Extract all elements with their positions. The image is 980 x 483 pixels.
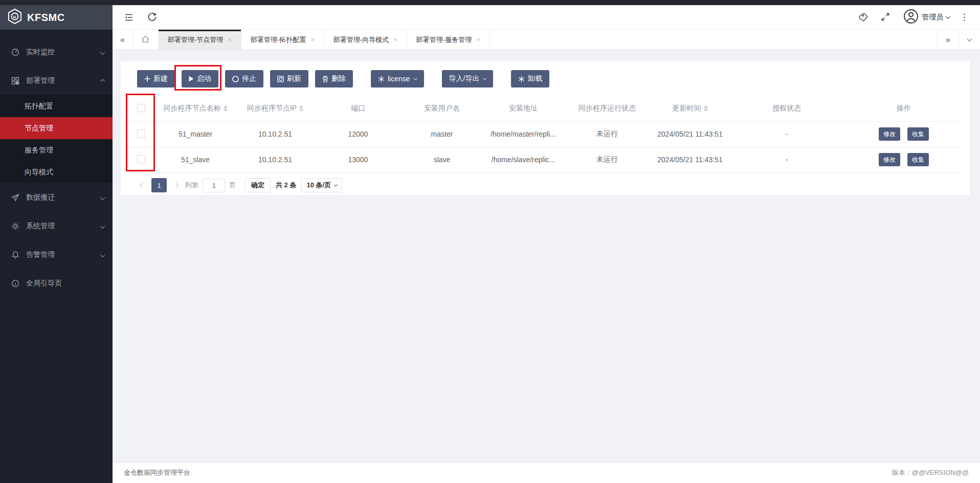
close-icon[interactable]: × <box>228 36 232 43</box>
status-badge: 未运行 <box>564 147 651 172</box>
subitem-label: 节点管理 <box>25 124 53 133</box>
avatar <box>903 9 919 26</box>
pagination: 1 到第 页 确定 共 2 条 10 条/页 <box>137 178 342 192</box>
edit-button[interactable]: 修改 <box>879 127 900 141</box>
sidebar-item-label: 全局引导页 <box>26 279 62 288</box>
sidebar-item-alarm-manage[interactable]: 告警管理 <box>0 240 113 269</box>
chevron-down-icon <box>101 48 104 56</box>
tab-bar: « 部署管理-节点管理 × 部署管理-拓扑配置 × 部署管理-向导模式 × 部署… <box>113 30 980 50</box>
refresh-square-icon <box>277 76 284 82</box>
user-label: 管理员 <box>922 13 943 22</box>
sidebar-item-global-guide[interactable]: 全局引导页 <box>0 269 113 298</box>
collect-button[interactable]: 收集 <box>907 127 929 141</box>
sidebar-menu: 实时监控 部署管理 拓扑配置 节点管理 服务管理 <box>0 38 113 298</box>
sidebar-item-system-manage[interactable]: 系统管理 <box>0 212 113 240</box>
app-logo: K KFSMC <box>0 5 113 30</box>
trash-icon <box>322 76 328 82</box>
close-icon[interactable]: × <box>310 36 315 43</box>
import-export-dropdown-button[interactable]: 导入/导出 <box>442 70 494 87</box>
user-menu[interactable]: 管理员 <box>903 9 950 26</box>
sidebar-item-label: 部署管理 <box>26 76 55 85</box>
refresh-list-button[interactable]: 刷新 <box>270 70 308 87</box>
tab-deploy-wizard-mode[interactable]: 部署管理-向导模式 × <box>324 30 407 50</box>
goto-confirm-button[interactable]: 确定 <box>245 178 271 192</box>
page-size-select[interactable]: 10 条/页 <box>301 178 342 192</box>
sidebar-item-data-migration[interactable]: 数据搬迁 <box>0 183 113 212</box>
sort-icon[interactable] <box>299 105 303 112</box>
node-manage-panel: 新建 启动 停止 刷新 删除 license <box>121 61 970 195</box>
chevron-down-icon <box>334 183 338 186</box>
logo-text: KFSMC <box>27 12 65 24</box>
tab-deploy-service-manage[interactable]: 部署管理-服务管理 × <box>407 30 490 50</box>
cell-user: slave <box>401 147 483 172</box>
column-header-name[interactable]: 同步程序节点名称 <box>164 104 221 113</box>
table-row: 51_master 10.10.2.51 12000 master /home/… <box>127 121 964 147</box>
sidebar-item-label: 告警管理 <box>26 250 55 259</box>
sidebar-item-realtime-monitor[interactable]: 实时监控 <box>0 38 113 67</box>
footer: 金仓数据同步管理平台 版本：@@VERSION@@ <box>113 462 980 483</box>
cell-addr: /home/slave/replic... <box>483 147 564 172</box>
license-dropdown-button[interactable]: license <box>371 70 424 87</box>
goto-page-input[interactable] <box>203 179 225 192</box>
footer-platform-name: 金仓数据同步管理平台 <box>124 468 190 477</box>
fullscreen-icon[interactable] <box>881 12 891 23</box>
collect-button[interactable]: 收集 <box>907 153 929 166</box>
goto-prefix-label: 到第 <box>185 181 198 190</box>
uninstall-button[interactable]: 卸载 <box>511 70 549 87</box>
cell-node-ip: 10.10.2.51 <box>235 147 315 172</box>
new-button[interactable]: 新建 <box>137 70 175 87</box>
next-page-button[interactable] <box>171 184 181 187</box>
tabs-scroll-right-button[interactable]: » <box>937 30 959 50</box>
close-icon[interactable]: × <box>393 36 397 43</box>
play-icon <box>189 76 194 82</box>
refresh-icon[interactable] <box>147 12 158 23</box>
prev-page-button[interactable] <box>137 184 147 187</box>
table-row: 51_slave 10.10.2.51 13000 slave /home/sl… <box>127 147 964 172</box>
sidebar-subitem-topology-config[interactable]: 拓扑配置 <box>0 95 113 117</box>
column-header-time[interactable]: 更新时间 <box>673 104 701 113</box>
select-all-checkbox[interactable] <box>137 104 145 112</box>
cell-user: master <box>401 121 483 147</box>
menu-fold-icon[interactable] <box>124 12 134 23</box>
window-top-strip <box>0 0 980 5</box>
cell-port: 12000 <box>315 121 401 147</box>
row-checkbox[interactable] <box>137 129 145 138</box>
sidebar-subitem-wizard-mode[interactable]: 向导模式 <box>0 161 113 183</box>
page-size-value: 10 条/页 <box>306 181 331 190</box>
status-badge: 未运行 <box>564 121 651 147</box>
page-number-button[interactable]: 1 <box>151 178 167 192</box>
asterisk-icon <box>518 76 525 82</box>
close-icon[interactable]: × <box>476 36 480 43</box>
start-button[interactable]: 启动 <box>182 70 218 87</box>
chevron-down-icon <box>414 76 417 80</box>
kebab-menu-icon[interactable]: ⋮ <box>960 12 969 23</box>
tag-icon[interactable] <box>858 12 868 23</box>
column-header-ops: 操作 <box>844 96 964 121</box>
chevron-up-icon <box>101 77 104 85</box>
column-header-ip[interactable]: 同步程序节点IP <box>247 104 297 113</box>
tabs-dropdown-button[interactable] <box>959 30 980 50</box>
asterisk-icon <box>378 76 385 82</box>
tab-deploy-node-manage[interactable]: 部署管理-节点管理 × <box>159 30 241 50</box>
chevron-down-icon <box>101 222 104 230</box>
delete-button[interactable]: 删除 <box>315 70 353 87</box>
stop-button[interactable]: 停止 <box>225 70 263 87</box>
chevron-down-icon <box>101 193 104 202</box>
chevron-down-icon <box>946 14 951 19</box>
sidebar-subitem-service-manage[interactable]: 服务管理 <box>0 139 113 161</box>
row-checkbox[interactable] <box>137 155 145 163</box>
sort-icon[interactable] <box>704 105 708 112</box>
cell-port: 13000 <box>315 147 401 172</box>
sidebar-item-deploy-manage[interactable]: 部署管理 <box>0 67 113 95</box>
top-header: 管理员 ⋮ <box>113 5 980 30</box>
sort-icon[interactable] <box>224 105 228 112</box>
tabs-scroll-left-button[interactable]: « <box>113 30 133 50</box>
sidebar-subitem-node-manage[interactable]: 节点管理 <box>0 117 113 139</box>
info-circle-icon <box>11 279 19 288</box>
edit-button[interactable]: 修改 <box>879 153 900 166</box>
tab-label: 部署管理-服务管理 <box>416 35 472 45</box>
home-tab-button[interactable] <box>133 30 159 50</box>
tab-label: 部署管理-向导模式 <box>333 35 389 45</box>
cell-node-name: 51_master <box>155 121 235 147</box>
tab-deploy-topology-config[interactable]: 部署管理-拓扑配置 × <box>241 30 324 50</box>
